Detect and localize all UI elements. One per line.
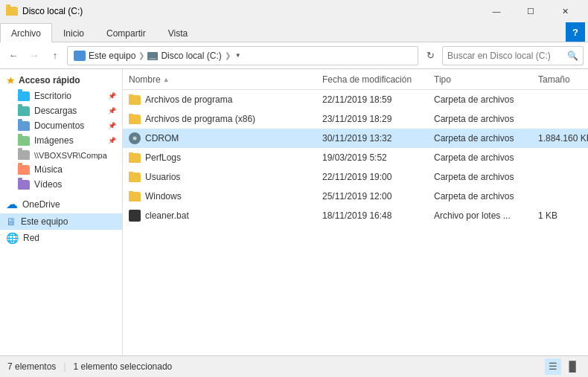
file-rows-container: Archivos de programa 22/11/2019 18:59 Ca…	[123, 90, 588, 225]
up-button[interactable]: ↑	[46, 47, 64, 65]
onedrive-icon: ☁	[6, 197, 18, 211]
file-name-col: Archivos de programa	[123, 94, 316, 105]
breadcrumb[interactable]: Este equipo ❯ Disco local (C:) ❯ ▼	[67, 46, 418, 65]
file-date-col: 22/11/2019 19:00	[316, 172, 428, 182]
selected-count: 1 elemento seleccionado	[74, 361, 173, 372]
help-button[interactable]: ?	[566, 22, 585, 42]
file-name-col: CDROM	[123, 132, 316, 144]
folder-icon	[129, 192, 141, 202]
sidebar-label-este-equipo: Este equipo	[21, 216, 68, 227]
col-header-name[interactable]: Nombre ▲	[123, 74, 316, 85]
breadcrumb-esteequipo[interactable]: Este equipo	[89, 51, 135, 61]
sidebar-label-videos: Vídeos	[34, 179, 62, 190]
cdrom-icon	[129, 132, 141, 144]
file-name: Archivos de programa	[145, 94, 232, 105]
breadcrumb-pc-icon	[74, 50, 86, 61]
sidebar-item-documentos[interactable]: Documentos 📌	[0, 118, 122, 133]
file-type-col: Carpeta de archivos	[428, 133, 532, 144]
sidebar-label-musica: Música	[34, 164, 63, 175]
sidebar-item-onedrive[interactable]: ☁ OneDrive	[0, 195, 122, 213]
forward-button[interactable]: →	[25, 47, 43, 65]
tab-compartir[interactable]: Compartir	[95, 23, 157, 42]
file-name: Windows	[145, 191, 182, 202]
file-type: Carpeta de archivos	[434, 94, 514, 105]
table-row[interactable]: CDROM 30/11/2019 13:32 Carpeta de archiv…	[123, 129, 588, 148]
pin-icon-documentos: 📌	[108, 122, 116, 129]
file-name-col: Usuarios	[123, 172, 316, 182]
table-row[interactable]: Usuarios 22/11/2019 19:00 Carpeta de arc…	[123, 167, 588, 187]
file-type: Carpeta de archivos	[434, 133, 514, 144]
file-date: 30/11/2019 13:32	[322, 133, 392, 144]
sidebar-item-red[interactable]: 🌐 Red	[0, 230, 122, 246]
file-name-col: Archivos de programa (x86)	[123, 114, 316, 124]
maximize-button[interactable]: ☐	[514, 0, 548, 22]
file-type-col: Carpeta de archivos	[428, 172, 532, 182]
sidebar-item-videos[interactable]: Vídeos	[0, 177, 122, 192]
file-date: 22/11/2019 18:59	[322, 94, 392, 105]
file-date: 25/11/2019 12:00	[322, 191, 392, 202]
sidebar-label-vboxsvr: \\VBOXSVR\Compa	[34, 151, 107, 160]
col-header-size[interactable]: Tamaño	[532, 74, 588, 85]
sidebar-item-escritorio[interactable]: Escritorio 📌	[0, 88, 122, 103]
sidebar-item-este-equipo[interactable]: 🖥 Este equipo	[0, 213, 122, 230]
file-name-col: Windows	[123, 191, 316, 202]
file-date-col: 25/11/2019 12:00	[316, 191, 428, 202]
breadcrumb-disco[interactable]: Disco local (C:)	[161, 51, 221, 61]
file-type-col: Carpeta de archivos	[428, 94, 532, 105]
sidebar-label-imagenes: Imágenes	[34, 135, 74, 146]
network-folder-icon	[18, 150, 30, 160]
large-icon-view-button[interactable]: █	[564, 358, 581, 375]
sidebar-item-imagenes[interactable]: Imágenes 📌	[0, 133, 122, 148]
folder-icon	[129, 173, 141, 182]
item-count: 7 elementos	[7, 361, 56, 372]
file-size-col: 1.884.160 KB	[532, 133, 588, 144]
table-row[interactable]: Windows 25/11/2019 12:00 Carpeta de arch…	[123, 187, 588, 206]
back-button[interactable]: ←	[4, 47, 22, 65]
refresh-button[interactable]: ↻	[421, 47, 439, 65]
col-header-type[interactable]: Tipo	[428, 74, 532, 85]
tab-inicio[interactable]: Inicio	[52, 23, 95, 42]
file-size: 1 KB	[538, 210, 557, 221]
pin-icon-imagenes: 📌	[108, 137, 116, 144]
file-type-col: Carpeta de archivos	[428, 152, 532, 163]
computer-icon: 🖥	[6, 216, 16, 228]
close-button[interactable]: ✕	[548, 0, 582, 22]
sidebar: ★ Acceso rápido Escritorio 📌 Descargas 📌…	[0, 69, 123, 355]
folder-icon	[129, 115, 141, 124]
bat-icon	[129, 210, 141, 222]
file-header: Nombre ▲ Fecha de modificación Tipo Tama…	[123, 69, 588, 90]
file-name: Archivos de programa (x86)	[145, 114, 255, 124]
table-row[interactable]: Archivos de programa 22/11/2019 18:59 Ca…	[123, 90, 588, 109]
tab-vista[interactable]: Vista	[157, 23, 199, 42]
file-name: cleaner.bat	[145, 210, 189, 221]
search-bar[interactable]: 🔍	[442, 46, 584, 65]
file-date: 23/11/2019 18:29	[322, 114, 392, 124]
table-row[interactable]: cleaner.bat 18/11/2019 16:48 Archivo por…	[123, 206, 588, 225]
downloads-folder-icon	[18, 106, 30, 116]
file-type: Archivo por lotes ...	[434, 210, 511, 221]
file-type-col: Carpeta de archivos	[428, 114, 532, 124]
sidebar-item-descargas[interactable]: Descargas 📌	[0, 103, 122, 118]
pin-icon-descargas: 📌	[108, 107, 116, 115]
table-row[interactable]: PerfLogs 19/03/2019 5:52 Carpeta de arch…	[123, 148, 588, 167]
details-view-button[interactable]: ☰	[545, 358, 561, 375]
network-icon: 🌐	[6, 232, 19, 244]
file-name-col: PerfLogs	[123, 152, 316, 163]
sidebar-item-musica[interactable]: Música	[0, 162, 122, 177]
quick-access-label: Acceso rápido	[19, 75, 80, 86]
sidebar-label-descargas: Descargas	[34, 106, 77, 116]
sidebar-label-red: Red	[23, 233, 39, 243]
table-row[interactable]: Archivos de programa (x86) 23/11/2019 18…	[123, 109, 588, 129]
breadcrumb-expand[interactable]: ▼	[235, 52, 241, 59]
sidebar-label-escritorio: Escritorio	[34, 91, 71, 101]
sidebar-label-onedrive: OneDrive	[22, 199, 60, 210]
search-input[interactable]	[447, 51, 567, 61]
status-bar: 7 elementos | 1 elemento seleccionado ☰ …	[0, 355, 588, 376]
col-header-date[interactable]: Fecha de modificación	[316, 74, 428, 85]
images-folder-icon	[18, 136, 30, 146]
tab-archivo[interactable]: Archivo	[0, 23, 52, 42]
minimize-button[interactable]: —	[479, 0, 514, 22]
pin-icon-escritorio: 📌	[108, 92, 116, 100]
file-size: 1.884.160 KB	[538, 133, 588, 144]
sidebar-item-vboxsvr[interactable]: \\VBOXSVR\Compa	[0, 148, 122, 162]
